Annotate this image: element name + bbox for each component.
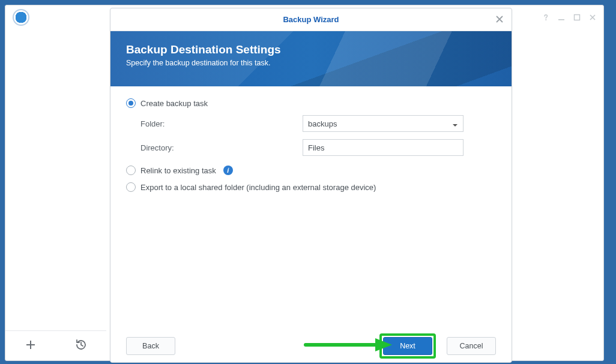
backup-wizard-dialog: Backup Wizard Backup Destination Setting… bbox=[110, 8, 512, 363]
cancel-button[interactable]: Cancel bbox=[447, 337, 496, 355]
add-icon[interactable] bbox=[24, 338, 37, 354]
radio-icon bbox=[126, 166, 136, 175]
radio-icon bbox=[126, 98, 136, 108]
directory-input[interactable] bbox=[303, 139, 464, 156]
parent-minimize-icon[interactable] bbox=[557, 13, 566, 22]
svg-rect-1 bbox=[558, 19, 564, 20]
svg-rect-2 bbox=[575, 15, 580, 20]
info-icon[interactable]: i bbox=[223, 166, 233, 175]
parent-bottom-toolbar bbox=[5, 330, 106, 360]
banner-heading: Backup Destination Settings bbox=[126, 43, 496, 56]
radio-create-backup[interactable]: Create backup task bbox=[126, 98, 496, 108]
history-icon[interactable] bbox=[74, 338, 88, 354]
folder-label: Folder: bbox=[140, 119, 297, 128]
create-task-fields: Folder: backups Directory: bbox=[140, 115, 496, 156]
app-logo-icon bbox=[13, 9, 29, 26]
radio-relink[interactable]: Relink to existing task i bbox=[126, 166, 496, 175]
directory-row: Directory: bbox=[140, 139, 496, 156]
folder-value: backups bbox=[308, 119, 337, 128]
radio-label: Relink to existing task bbox=[140, 166, 216, 175]
parent-close-icon[interactable] bbox=[588, 13, 597, 22]
parent-help-icon[interactable] bbox=[541, 13, 551, 22]
dialog-title: Backup Wizard bbox=[283, 15, 339, 24]
dialog-titlebar: Backup Wizard bbox=[110, 8, 512, 31]
folder-select[interactable]: backups bbox=[303, 115, 464, 132]
next-button[interactable]: Next bbox=[383, 337, 432, 355]
dialog-footer: Back Next Cancel bbox=[110, 330, 512, 362]
back-button[interactable]: Back bbox=[126, 337, 175, 355]
svg-point-0 bbox=[545, 19, 546, 20]
radio-export-local[interactable]: Export to a local shared folder (includi… bbox=[126, 182, 496, 192]
radio-label: Export to a local shared folder (includi… bbox=[140, 183, 376, 192]
directory-label: Directory: bbox=[140, 143, 297, 152]
next-highlight: Next bbox=[379, 333, 436, 359]
chevron-down-icon bbox=[452, 121, 458, 130]
radio-icon bbox=[126, 182, 136, 192]
banner-subtext: Specify the backup destination for this … bbox=[126, 59, 496, 67]
folder-row: Folder: backups bbox=[140, 115, 496, 132]
radio-label: Create backup task bbox=[140, 99, 208, 108]
parent-maximize-icon[interactable] bbox=[572, 13, 582, 22]
dialog-body: Create backup task Folder: backups Direc… bbox=[110, 86, 512, 330]
dialog-banner: Backup Destination Settings Specify the … bbox=[110, 31, 512, 86]
dialog-close-icon[interactable] bbox=[495, 14, 506, 25]
